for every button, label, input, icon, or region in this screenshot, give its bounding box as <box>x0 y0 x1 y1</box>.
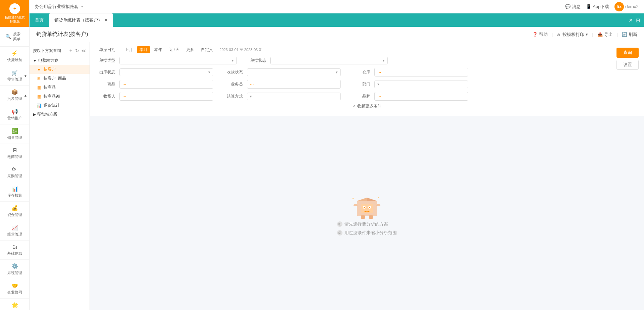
shortcut-7days[interactable]: 近7天 <box>166 46 182 53</box>
collapse-bar[interactable]: ∧ 收起更多条件 <box>95 101 639 112</box>
header-right: 💬 消息 📱 App下载 Ea demo2 <box>565 2 639 11</box>
help-button[interactable]: ❓ 帮助 <box>532 32 548 38</box>
shortcut-custom[interactable]: 自定义 <box>198 46 216 53</box>
breadcrumb-dropdown[interactable]: ▾ <box>81 4 83 9</box>
ecommerce-label: 电商管理 <box>7 154 22 159</box>
sidebar-item-ecommerce[interactable]: 🖥 电商管理 <box>0 144 29 163</box>
user-avatar-area[interactable]: Ea demo2 <box>614 2 639 11</box>
customer-product-icon: ⊞ <box>36 76 42 81</box>
salesperson-select[interactable]: ··· <box>247 80 341 89</box>
sidebar-item-marketing[interactable]: 📢 营销推广 <box>0 105 29 124</box>
brand-select[interactable]: ··· <box>374 92 468 101</box>
department-select[interactable]: ▾ <box>374 81 468 88</box>
export-icon: 📤 <box>597 32 603 37</box>
sidebar-item-enterprise[interactable]: 🤝 企业协同 <box>0 279 29 299</box>
refresh-scheme-button[interactable]: ↻ <box>75 48 79 53</box>
username-label: demo2 <box>625 4 639 9</box>
scheme-by-product[interactable]: ▦ 按商品 <box>30 83 90 92</box>
print-label: 按模板打印 <box>562 32 584 38</box>
customer-icon: ● <box>36 67 42 72</box>
sidebar-item-operations[interactable]: 📈 经营管理 <box>0 221 29 241</box>
svg-text:·: · <box>370 192 371 194</box>
product-dots[interactable]: ··· <box>122 82 126 87</box>
receipt-arrow: ▾ <box>336 70 338 74</box>
sidebar-item-wholesale[interactable]: 📦 批发管理 ▲ <box>0 86 29 105</box>
sidebar-item-quicknav[interactable]: ⚡ 快捷导航 <box>0 47 29 66</box>
enterprise-icon: 🤝 <box>11 282 18 289</box>
export-button[interactable]: 📤 导出 <box>597 32 613 38</box>
product-select[interactable]: ··· <box>119 80 213 89</box>
add-scheme-button[interactable]: ＋ <box>68 48 73 54</box>
tab-bar: 首页 销货单统计表（按客户） ✕ ✕ ⊞ <box>30 13 644 27</box>
search-menu-item[interactable]: 🔍 搜索菜单 <box>2 30 27 44</box>
refresh-button[interactable]: 🔄 刷新 <box>622 32 637 38</box>
sidebar-item-purchase[interactable]: 🛍 采购管理 <box>0 163 29 182</box>
scheme-by-customer[interactable]: ● 按客户 <box>30 65 90 74</box>
type-select[interactable]: ▾ <box>119 57 237 64</box>
sidebar-item-retail[interactable]: 🛒 零售管理 ▼ <box>0 66 29 86</box>
sidebar-item-sales[interactable]: 💹 销售管理 <box>0 124 29 144</box>
sidebar-item-basics[interactable]: 🗂 基础信息 <box>0 241 29 260</box>
recipient-dots[interactable]: ··· <box>122 94 126 99</box>
collapse-panel-button[interactable]: ≪ <box>81 48 86 53</box>
scheme-by-product-label: 按商品 <box>44 85 56 90</box>
scheme-return-stats-label: 退货统计 <box>44 103 60 108</box>
out-status-select[interactable]: ▾ <box>119 68 213 76</box>
brand-dots[interactable]: ··· <box>377 94 381 99</box>
scheme-by-product-99[interactable]: ▦ 按商品99 <box>30 92 90 101</box>
shortcut-more[interactable]: 更多 <box>183 46 197 53</box>
recipient-select[interactable]: ··· <box>119 92 213 101</box>
status-label: 单据状态 <box>246 58 266 63</box>
sidebar-item-system[interactable]: ⚙️ 系统管理 <box>0 260 29 279</box>
receipt-status-select[interactable]: ▾ <box>247 68 341 76</box>
print-icon: 🖨 <box>557 32 561 37</box>
sidebar-item-finance[interactable]: 💰 资金管理 <box>0 202 29 221</box>
tab-close-icon[interactable]: ✕ <box>104 18 108 22</box>
finance-label: 资金管理 <box>7 212 22 217</box>
shortcut-this-year[interactable]: 本年 <box>152 46 165 53</box>
tab-home[interactable]: 首页 <box>30 13 49 27</box>
marketing-icon: 📢 <box>11 108 18 115</box>
print-button[interactable]: 🖨 按模板打印 ▾ <box>557 32 588 38</box>
warehouse-dots[interactable]: ··· <box>377 69 381 75</box>
salesperson-dots[interactable]: ··· <box>250 82 254 87</box>
shortcut-last-month[interactable]: 上月 <box>122 46 136 53</box>
inventory-icon: 📊 <box>11 186 18 192</box>
query-button[interactable]: 查询 <box>616 48 639 58</box>
shortcut-this-month[interactable]: 本月 <box>137 46 150 53</box>
filter-row-product-sales-dept: 商品 ··· 业务员 ··· 部门 ▾ <box>95 80 608 89</box>
desktop-scheme-header[interactable]: ▼ 电脑端方案 <box>30 56 90 65</box>
settings-button[interactable]: 设置 <box>616 60 639 70</box>
warehouse-select[interactable]: ··· <box>374 68 468 76</box>
basics-label: 基础信息 <box>7 251 22 256</box>
tab-maximize-icon[interactable]: ⊞ <box>636 17 640 23</box>
message-icon: 💬 <box>565 4 571 9</box>
tab-bar-right: ✕ ⊞ <box>629 17 644 23</box>
scheme-by-customer-label: 按客户 <box>44 66 56 72</box>
app-download-button[interactable]: 📱 App下载 <box>586 4 609 10</box>
tip-num-2: ② <box>337 230 342 236</box>
left-panel-title: 按以下方案查询 <box>33 48 61 54</box>
message-button[interactable]: 💬 消息 <box>565 4 581 10</box>
payment-select[interactable]: ▾ <box>247 93 341 100</box>
status-arrow: ▾ <box>383 58 385 63</box>
sidebar-item-inventory[interactable]: 📊 库存核算 <box>0 182 29 202</box>
tab-sales-stats[interactable]: 销货单统计表（按客户） ✕ <box>49 13 113 27</box>
right-panel: 单据日期 上月 本月 本年 近7天 更多 自定义 <box>90 42 644 310</box>
sidebar-search-section: 🔍 搜索菜单 <box>0 27 29 47</box>
status-select[interactable]: ▾ <box>270 57 388 64</box>
empty-tip-1: ① 请先选择要分析的方案 <box>337 221 397 227</box>
basics-icon: 🗂 <box>12 244 17 250</box>
scheme-return-stats[interactable]: 📊 退货统计 <box>30 101 90 110</box>
tab-minimize-icon[interactable]: ✕ <box>629 17 633 23</box>
scheme-by-customer-product[interactable]: ⊞ 按客户+商品 <box>30 74 90 83</box>
ecommerce-icon: 🖥 <box>12 147 17 153</box>
system-icon: ⚙️ <box>11 263 18 269</box>
page-content: 销货单统计表(按客户) ❓ 帮助 | 🖨 按模板打印 ▾ | 📤 导出 | <box>30 27 644 310</box>
mobile-scheme-label: 移动端方案 <box>37 111 57 117</box>
mobile-scheme-header[interactable]: ▶ 移动端方案 <box>30 110 90 118</box>
app-logo: ✦ 畅捷通好生意 标准版 <box>0 0 29 27</box>
sidebar-item-newguide[interactable]: 🌟 新手引导 <box>0 299 29 310</box>
desktop-arrow-icon: ▼ <box>33 58 37 63</box>
sales-label: 销售管理 <box>7 135 22 140</box>
